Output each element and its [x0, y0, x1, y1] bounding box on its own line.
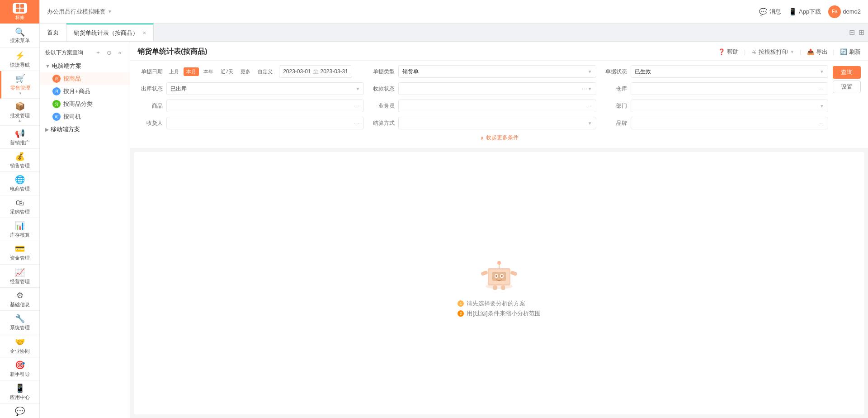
- out-status-value: 已出库: [170, 85, 355, 93]
- settlement-control[interactable]: ▼: [398, 117, 596, 129]
- scheme-by-category[interactable]: 分 按商品分类: [40, 98, 130, 110]
- nav-marketing-icon: 📢: [15, 128, 25, 138]
- tab-minimize-btn[interactable]: ⊟: [849, 28, 855, 37]
- nav-operations[interactable]: 📈 经营管理: [0, 265, 39, 288]
- date-tag-more[interactable]: 更多: [238, 67, 253, 76]
- date-tag-current-year[interactable]: 本年: [201, 67, 216, 76]
- left-panel-actions: + ⊙ «: [94, 48, 124, 57]
- top-header: 办公用品行业模拟账套 ▼ 💬 消息 📱 App下载 Ea demo2: [40, 0, 868, 24]
- print-label: 按模板打印: [759, 48, 788, 56]
- nav-cooperation[interactable]: 🤝 企业协同: [0, 334, 39, 357]
- nav-apps[interactable]: 📱 应用中心: [0, 380, 39, 404]
- salesperson-dots: ···: [586, 103, 592, 109]
- nav-ecommerce-icon: 🌐: [15, 175, 25, 185]
- account-dropdown-arrow: ▼: [108, 9, 112, 14]
- app-download-btn[interactable]: 📱 App下载: [788, 8, 821, 16]
- receiver-dots: ···: [354, 120, 360, 126]
- left-panel-header: 按以下方案查询 + ⊙ «: [40, 45, 130, 60]
- doc-type-arrow: ▼: [588, 69, 592, 74]
- department-control[interactable]: ▼: [631, 100, 828, 112]
- filter-warehouse: 仓库 ···: [602, 82, 828, 95]
- page-title: 销货单统计表(按商品): [137, 47, 208, 57]
- sidebar-logo[interactable]: 标账: [0, 0, 39, 24]
- filter-receiver: 收货人 ···: [137, 117, 364, 129]
- tab-maximize-btn[interactable]: ⊞: [859, 28, 864, 37]
- svg-rect-1: [20, 4, 24, 8]
- doc-status-arrow: ▼: [820, 69, 824, 74]
- export-btn[interactable]: 📤 导出: [807, 48, 828, 56]
- account-name: 办公用品行业模拟账套: [47, 8, 106, 16]
- pc-group-toggle[interactable]: ▼ 电脑端方案: [40, 60, 130, 72]
- setting-button[interactable]: 设置: [833, 81, 861, 93]
- nav-inventory[interactable]: 📊 库存核算: [0, 218, 39, 241]
- nav-basic[interactable]: ⚙ 基础信息: [0, 288, 39, 311]
- help-label: 帮助: [727, 48, 739, 56]
- nav-sales[interactable]: 💰 销售管理: [0, 149, 39, 172]
- scheme-by-month-product-icon: 月: [52, 87, 61, 95]
- mobile-group-toggle[interactable]: ▶ 移动端方案: [40, 123, 130, 136]
- scheme-by-driver[interactable]: 司 按司机: [40, 110, 130, 123]
- filter-row-1: 单据日期 上月 本月 本年 近7天 更多 自定义: [137, 65, 828, 78]
- collapse-panel-btn[interactable]: «: [115, 48, 124, 57]
- search-button[interactable]: 查询: [833, 66, 861, 79]
- tab-sales-report[interactable]: 销货单统计表（按商品） ×: [66, 24, 154, 41]
- date-tag-custom[interactable]: 自定义: [255, 67, 275, 76]
- scheme-by-month-product[interactable]: 月 按月+商品: [40, 85, 130, 98]
- nav-finance[interactable]: 💳 资金管理: [0, 241, 39, 264]
- brand-control[interactable]: ···: [631, 117, 828, 129]
- nav-retail-arrow: ▼: [19, 91, 22, 95]
- tab-home[interactable]: 首页: [40, 24, 66, 41]
- doc-type-label: 单据类型: [369, 68, 395, 76]
- message-btn[interactable]: 💬 消息: [759, 8, 781, 16]
- doc-status-control[interactable]: 已生效 ▼: [631, 65, 828, 78]
- date-tag-7days[interactable]: 近7天: [218, 67, 236, 76]
- nav-marketing[interactable]: 📢 营销推广: [0, 126, 39, 149]
- out-status-control[interactable]: 已出库 ▼: [166, 82, 364, 95]
- scheme-by-product[interactable]: 商 按商品: [40, 72, 130, 85]
- empty-hints: 请先选择要分析的方案 用[过滤]条件来缩小分析范围: [458, 299, 540, 318]
- payment-status-control[interactable]: ··· ▼: [398, 82, 596, 95]
- collapse-filter-btn[interactable]: ∧ 收起更多条件: [137, 132, 861, 143]
- add-scheme-btn[interactable]: +: [94, 48, 103, 57]
- scheme-by-driver-icon: 司: [52, 113, 61, 121]
- refresh-btn[interactable]: 🔄 刷新: [840, 48, 861, 56]
- collapse-arrow: ∧: [480, 135, 484, 141]
- nav-quick-icon: ⚡: [15, 51, 25, 61]
- user-menu[interactable]: Ea demo2: [828, 5, 861, 18]
- nav-ecommerce[interactable]: 🌐 电商管理: [0, 172, 39, 195]
- receiver-control[interactable]: ···: [166, 117, 364, 129]
- date-tag-current-month[interactable]: 本月: [184, 67, 199, 76]
- warehouse-control[interactable]: ···: [631, 82, 828, 95]
- nav-newbie[interactable]: 🎯 新手引导: [0, 357, 39, 380]
- nav-system[interactable]: 🔧 系统管理: [0, 311, 39, 334]
- print-icon: 🖨: [751, 48, 757, 55]
- account-dropdown[interactable]: 办公用品行业模拟账套 ▼: [47, 8, 112, 16]
- edit-scheme-btn[interactable]: ⊙: [104, 48, 113, 57]
- nav-wholesale[interactable]: 📦 批发管理 ▲: [0, 99, 39, 126]
- tab-sales-label: 销货单统计表（按商品）: [74, 29, 138, 37]
- user-avatar: Ea: [828, 5, 841, 18]
- logo-icon: [13, 3, 27, 14]
- date-start: 2023-03-01: [283, 68, 311, 75]
- svg-rect-7: [492, 272, 506, 281]
- date-range-control[interactable]: 2023-03-01 至 2023-03-31: [279, 65, 352, 78]
- date-tag-last-month[interactable]: 上月: [166, 67, 182, 76]
- nav-retail-icon: 🛒: [15, 74, 25, 84]
- svg-rect-17: [501, 285, 505, 290]
- nav-wechat[interactable]: 💬 企业微信: [0, 404, 39, 418]
- edit-icon: ⊙: [107, 49, 112, 56]
- help-btn[interactable]: ❓ 帮助: [718, 48, 739, 56]
- goods-label: 商品: [137, 102, 163, 110]
- doc-type-control[interactable]: 销货单 ▼: [398, 65, 596, 78]
- search-menu-item[interactable]: 🔍 搜索菜单: [0, 24, 39, 48]
- nav-finance-icon: 💳: [15, 244, 25, 254]
- nav-purchase[interactable]: 🛍 采购管理: [0, 195, 39, 218]
- goods-control[interactable]: ···: [166, 100, 364, 112]
- print-btn[interactable]: 🖨 按模板打印 ▼: [751, 48, 794, 56]
- filter-settlement: 结算方式 ▼: [369, 117, 596, 129]
- nav-retail[interactable]: 🛒 零售管理 ▼: [0, 71, 39, 98]
- tab-close-btn[interactable]: ×: [143, 30, 146, 36]
- department-label: 部门: [602, 102, 627, 110]
- salesperson-control[interactable]: ···: [398, 100, 596, 112]
- nav-quick[interactable]: ⚡ 快捷导航: [0, 48, 39, 71]
